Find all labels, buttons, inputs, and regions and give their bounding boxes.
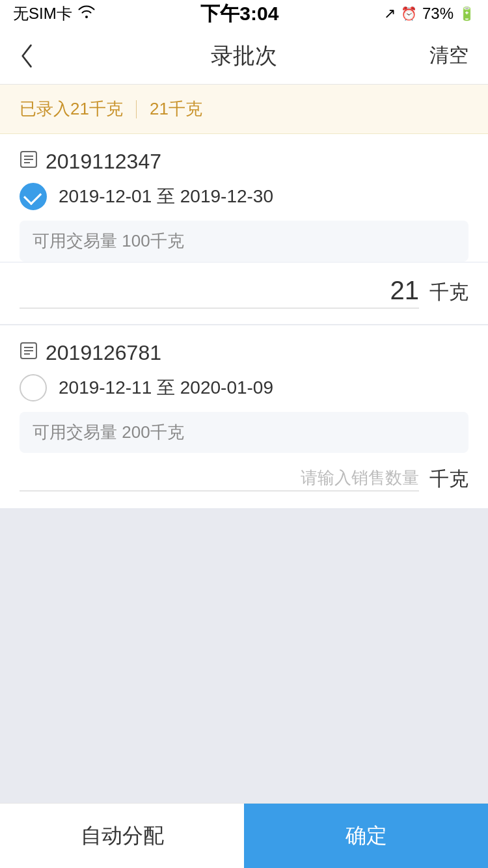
batch-card-2: 2019126781 2019-12-11 至 2020-01-09 可用交易量… xyxy=(0,325,488,453)
info-label: 已录入21千克 xyxy=(20,98,123,120)
batch-2-radio[interactable] xyxy=(20,374,47,401)
info-value: 21千克 xyxy=(150,98,202,120)
carrier-text: 无SIM卡 xyxy=(13,3,72,24)
nav-bar: 录批次 清空 xyxy=(0,27,488,85)
batch-2-date-row[interactable]: 2019-12-11 至 2020-01-09 xyxy=(20,374,468,401)
batch-2-unit: 千克 xyxy=(429,466,468,493)
status-right: ↗ ⏰ 73% 🔋 xyxy=(384,5,475,23)
batch-2-date: 2019-12-11 至 2020-01-09 xyxy=(59,375,273,400)
status-left: 无SIM卡 xyxy=(13,3,96,24)
status-time: 下午3:04 xyxy=(200,1,278,27)
batch-2-available: 可用交易量 200千克 xyxy=(20,412,468,453)
batch-2-amount-row: 千克 xyxy=(0,453,488,508)
batch-1-radio[interactable] xyxy=(20,183,47,210)
location-icon: ↗ xyxy=(384,5,396,22)
batch-2-header: 2019126781 xyxy=(20,341,468,365)
status-bar: 无SIM卡 下午3:04 ↗ ⏰ 73% 🔋 xyxy=(0,0,488,27)
page-main: 已录入21千克 21千克 2019112347 2019-12-01 至 201… xyxy=(0,85,488,803)
bottom-bar: 自动分配 确定 xyxy=(0,803,488,868)
battery-icon: 🔋 xyxy=(459,6,475,21)
wifi-icon xyxy=(77,5,96,23)
batch-id-icon-1 xyxy=(20,150,38,173)
empty-area xyxy=(0,508,488,803)
auto-distribute-button[interactable]: 自动分配 xyxy=(0,804,244,868)
batch-id-icon-2 xyxy=(20,342,38,364)
page-title: 录批次 xyxy=(211,41,277,71)
batch-1-input-wrap[interactable]: 21 xyxy=(20,276,419,308)
batch-1-date: 2019-12-01 至 2019-12-30 xyxy=(59,184,273,209)
batch-1-header: 2019112347 xyxy=(20,150,468,174)
batch-1-amount-row: 21 千克 xyxy=(0,263,488,325)
batch-1-amount: 21 xyxy=(390,276,420,305)
batch-2-amount-input[interactable] xyxy=(20,468,419,488)
confirm-button[interactable]: 确定 xyxy=(244,804,488,868)
back-button[interactable] xyxy=(20,43,59,69)
batch-1-date-row[interactable]: 2019-12-01 至 2019-12-30 xyxy=(20,183,468,210)
batch-2-id: 2019126781 xyxy=(46,341,161,365)
info-divider xyxy=(136,100,137,118)
batch-2-input-wrap[interactable] xyxy=(20,468,419,491)
battery-text: 73% xyxy=(422,5,454,23)
clear-button[interactable]: 清空 xyxy=(429,42,468,69)
batch-card-1: 2019112347 2019-12-01 至 2019-12-30 可用交易量… xyxy=(0,134,488,262)
batch-1-unit: 千克 xyxy=(429,279,468,306)
info-banner: 已录入21千克 21千克 xyxy=(0,85,488,134)
batch-1-available: 可用交易量 100千克 xyxy=(20,221,468,262)
batch-1-id: 2019112347 xyxy=(46,150,161,174)
alarm-icon: ⏰ xyxy=(401,6,417,21)
